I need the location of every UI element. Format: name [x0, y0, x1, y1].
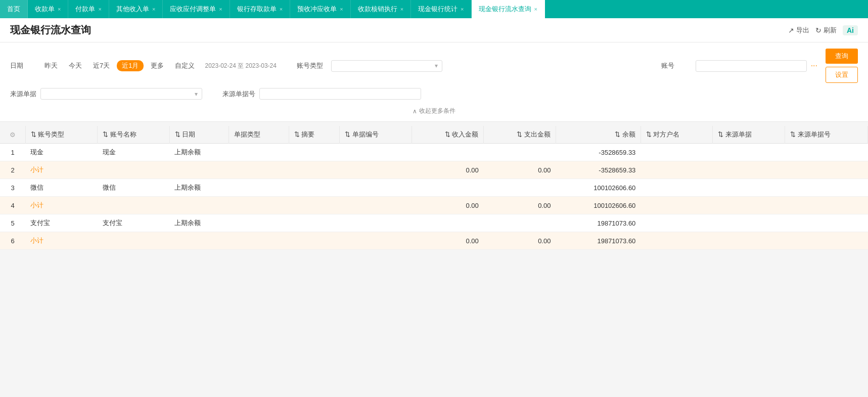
- table-row: 5支付宝支付宝上期余额19871073.60: [0, 214, 868, 232]
- td-source-doc-no: [785, 144, 868, 161]
- td-counterpart: [641, 179, 713, 197]
- td-income: [412, 144, 484, 161]
- chevron-down-icon: ▾: [195, 91, 198, 98]
- td-expense: [484, 144, 556, 161]
- source-doc-no-input[interactable]: [264, 90, 417, 98]
- date-1month[interactable]: 近1月: [117, 60, 144, 71]
- nav-payment[interactable]: 付款单 ×: [68, 0, 109, 18]
- source-doc-no-input-wrap: [259, 88, 421, 100]
- th-income: ⇅ 收入金额: [412, 126, 484, 144]
- date-custom[interactable]: 自定义: [171, 60, 199, 71]
- settings-button[interactable]: 设置: [826, 67, 858, 83]
- nav-home[interactable]: 首页: [0, 0, 28, 18]
- td-balance: -3528659.33: [556, 161, 641, 179]
- date-yesterday[interactable]: 昨天: [40, 60, 62, 71]
- refresh-icon: ↻: [815, 26, 821, 34]
- chevron-down-icon: ▾: [435, 62, 438, 69]
- td-account-name: [98, 161, 170, 179]
- source-doc-label: 来源单据: [10, 90, 40, 99]
- nav-cash-bank-flow[interactable]: 现金银行流水查询 ×: [472, 0, 545, 18]
- th-date: ⇅ 日期: [169, 126, 229, 144]
- td-expense: 0.00: [484, 197, 556, 214]
- settings-icon[interactable]: ⚙: [10, 131, 16, 139]
- td-summary: [289, 144, 339, 161]
- collapse-bar[interactable]: ∧ 收起更多条件: [10, 105, 858, 117]
- nav-other-income[interactable]: 其他收入单 ×: [109, 0, 163, 18]
- td-source-doc-no: [785, 161, 868, 179]
- td-expense: [484, 179, 556, 197]
- td-doc-no: [340, 161, 412, 179]
- account-input[interactable]: [700, 62, 802, 70]
- td-source-doc: [713, 179, 785, 197]
- header-actions: ↗ 导出 ↻ 刷新 Ai: [788, 25, 858, 35]
- source-doc-no-label: 来源单据号: [222, 90, 255, 99]
- td-doc-type: [229, 179, 289, 197]
- right-buttons: 查询 设置: [826, 49, 858, 83]
- date-pills: 昨天 今天 近7天 近1月 更多 自定义: [40, 60, 199, 71]
- nav-bank-deposit[interactable]: 银行存取款单 ×: [230, 0, 290, 18]
- source-doc-select[interactable]: ▾: [40, 88, 202, 100]
- close-icon[interactable]: ×: [461, 6, 464, 12]
- th-account-type: ⇅ 账号类型: [25, 126, 98, 144]
- td-doc-type: [229, 161, 289, 179]
- th-source-doc-no: ⇅ 来源单据号: [785, 126, 868, 144]
- close-icon[interactable]: ×: [340, 6, 343, 12]
- top-nav: 首页 收款单 × 付款单 × 其他收入单 × 应收应付调整单 × 银行存取款单 …: [0, 0, 868, 18]
- th-balance: ⇅ 余额: [556, 126, 641, 144]
- td-doc-no: [340, 232, 412, 250]
- td-account-type: 微信: [25, 179, 98, 197]
- td-date: 上期余额: [169, 214, 229, 232]
- nav-receipt[interactable]: 收款单 ×: [28, 0, 68, 18]
- close-icon[interactable]: ×: [219, 6, 222, 12]
- close-icon[interactable]: ×: [98, 6, 101, 12]
- date-today[interactable]: 今天: [65, 60, 86, 71]
- export-button[interactable]: ↗ 导出: [788, 26, 809, 35]
- td-account-type: 小计: [25, 161, 98, 179]
- table-header-row: ⚙ ⇅ 账号类型 ⇅ 账号名称 ⇅ 日期 单据类型 ⇅ 摘要 ⇅: [0, 126, 868, 144]
- td-source-doc: [713, 214, 785, 232]
- td-counterpart: [641, 161, 713, 179]
- td-summary: [289, 161, 339, 179]
- nav-advance-offset[interactable]: 预收冲应收单 ×: [290, 0, 350, 18]
- refresh-button[interactable]: ↻ 刷新: [815, 26, 837, 35]
- close-icon[interactable]: ×: [58, 6, 61, 12]
- th-account-name: ⇅ 账号名称: [98, 126, 170, 144]
- account-type-select[interactable]: ▾: [331, 60, 442, 72]
- page-title: 现金银行流水查询: [10, 23, 91, 37]
- date-7days[interactable]: 近7天: [89, 60, 114, 71]
- td-balance: 19871073.60: [556, 214, 641, 232]
- date-more[interactable]: 更多: [147, 60, 168, 71]
- close-icon[interactable]: ×: [280, 6, 283, 12]
- td-source-doc-no: [785, 232, 868, 250]
- more-options-button[interactable]: ···: [811, 61, 817, 70]
- filter-row-source: 来源单据 ▾ 来源单据号: [10, 88, 858, 100]
- td-source-doc-no: [785, 179, 868, 197]
- close-icon[interactable]: ×: [534, 6, 537, 12]
- table-row: 6小计0.000.0019871073.60: [0, 232, 868, 250]
- th-source-doc: ⇅ 来源单据: [713, 126, 785, 144]
- nav-receipt-verify[interactable]: 收款核销执行 ×: [351, 0, 411, 18]
- td-seq: 1: [0, 144, 25, 161]
- td-date: [169, 232, 229, 250]
- th-doc-no: ⇅ 单据编号: [340, 126, 412, 144]
- td-account-type: 现金: [25, 144, 98, 161]
- query-button[interactable]: 查询: [826, 49, 858, 64]
- date-range: 2023-02-24 至 2023-03-24: [205, 62, 276, 70]
- td-date: [169, 197, 229, 214]
- td-account-name: [98, 197, 170, 214]
- chevron-up-icon: ∧: [413, 108, 417, 115]
- nav-ar-adjustment[interactable]: 应收应付调整单 ×: [163, 0, 230, 18]
- close-icon[interactable]: ×: [152, 6, 155, 12]
- td-date: [169, 161, 229, 179]
- td-account-name: 微信: [98, 179, 170, 197]
- ai-badge[interactable]: Ai: [843, 25, 858, 35]
- th-settings[interactable]: ⚙: [0, 126, 25, 144]
- td-seq: 2: [0, 161, 25, 179]
- table-row: 3微信微信上期余额100102606.60: [0, 179, 868, 197]
- td-source-doc: [713, 197, 785, 214]
- td-doc-type: [229, 232, 289, 250]
- nav-cash-bank-stats[interactable]: 现金银行统计 ×: [411, 0, 471, 18]
- export-icon: ↗: [788, 26, 794, 34]
- close-icon[interactable]: ×: [400, 6, 403, 12]
- td-income: [412, 179, 484, 197]
